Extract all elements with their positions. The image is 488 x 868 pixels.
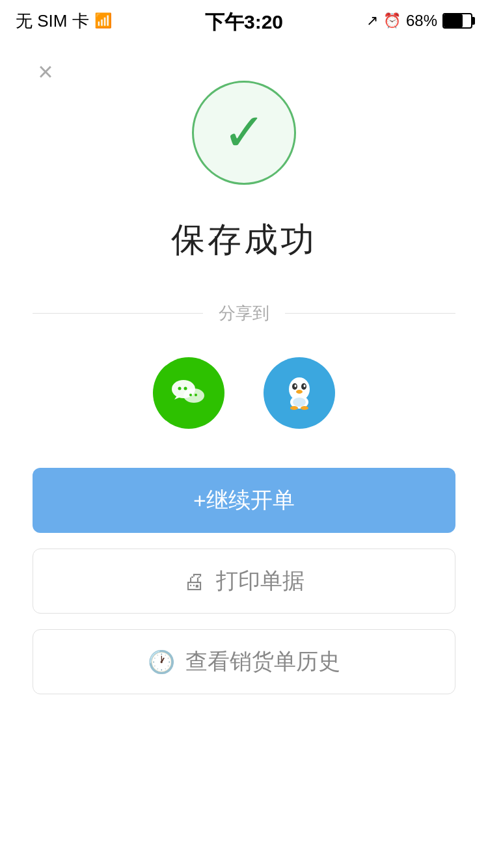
main-content: ✓ 保存成功 分享到 xyxy=(0,42,488,694)
svg-point-3 xyxy=(184,387,187,390)
wifi-icon: 📶 xyxy=(94,12,112,29)
svg-point-11 xyxy=(304,385,306,387)
status-bar: 无 SIM 卡 📶 下午3:20 ↗ ⏰ 68% xyxy=(0,0,488,42)
svg-point-5 xyxy=(195,394,197,396)
share-icons-row xyxy=(153,357,335,429)
svg-point-4 xyxy=(189,394,192,396)
svg-point-12 xyxy=(296,390,303,394)
svg-point-15 xyxy=(290,406,298,410)
print-label: 打印单据 xyxy=(216,566,305,596)
status-right: ↗ ⏰ 68% xyxy=(366,12,472,30)
divider-line-right xyxy=(285,313,455,314)
history-button[interactable]: 🕐 查看销货单历史 xyxy=(33,629,455,694)
no-sim-text: 无 SIM 卡 xyxy=(16,10,89,33)
qq-icon xyxy=(278,372,320,414)
success-title: 保存成功 xyxy=(171,217,317,263)
alarm-icon: ⏰ xyxy=(383,12,401,29)
share-section: 分享到 xyxy=(0,302,488,429)
clock-icon: 🕐 xyxy=(148,649,175,675)
svg-point-16 xyxy=(301,406,308,410)
qq-share-button[interactable] xyxy=(264,357,335,429)
battery-bar-icon xyxy=(442,13,472,29)
checkmark-icon: ✓ xyxy=(223,107,266,159)
share-label: 分享到 xyxy=(203,302,285,325)
plus-icon: + xyxy=(193,488,206,513)
close-button[interactable]: × xyxy=(26,52,65,91)
action-buttons: + 继续开单 🖨 打印单据 🕐 查看销货单历史 xyxy=(0,468,488,694)
printer-icon: 🖨 xyxy=(183,569,206,594)
svg-point-1 xyxy=(183,388,204,403)
close-icon: × xyxy=(38,59,53,85)
continue-label: 继续开单 xyxy=(206,485,295,515)
wechat-share-button[interactable] xyxy=(153,357,224,429)
print-button[interactable]: 🖨 打印单据 xyxy=(33,549,455,614)
battery-text: 68% xyxy=(406,12,437,30)
continue-button[interactable]: + 继续开单 xyxy=(33,468,455,533)
success-circle: ✓ xyxy=(192,81,296,185)
svg-point-14 xyxy=(293,398,306,407)
status-left: 无 SIM 卡 📶 xyxy=(16,10,112,33)
svg-point-2 xyxy=(178,387,182,390)
history-label: 查看销货单历史 xyxy=(185,647,340,677)
status-time: 下午3:20 xyxy=(205,9,283,36)
divider-line-left xyxy=(33,313,203,314)
svg-point-10 xyxy=(295,385,297,387)
location-icon: ↗ xyxy=(366,12,378,29)
share-divider: 分享到 xyxy=(0,302,488,325)
wechat-icon xyxy=(168,372,210,414)
